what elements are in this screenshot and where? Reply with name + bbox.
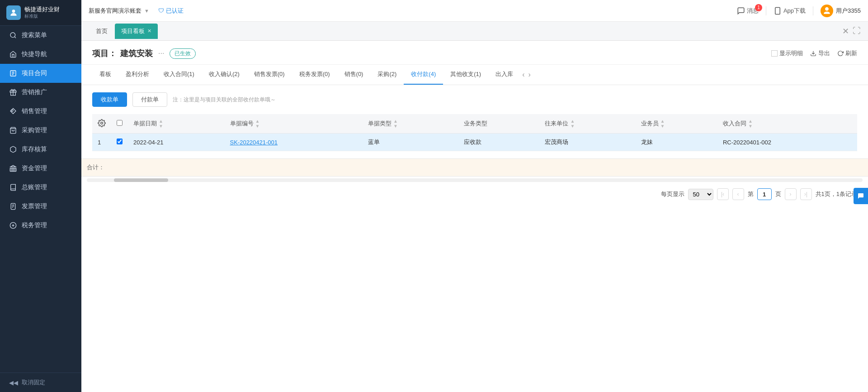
- project-name: 建筑安装: [120, 48, 153, 59]
- svg-line-2: [14, 37, 16, 38]
- subtab-kanban[interactable]: 看板: [92, 65, 118, 85]
- export-icon: [810, 50, 816, 57]
- sidebar-item-quick-nav[interactable]: 快捷导航: [0, 45, 81, 64]
- tab-fullscreen[interactable]: ⛶: [853, 26, 861, 36]
- type-sort-icon[interactable]: ▲▼: [393, 119, 398, 129]
- per-page-select[interactable]: 50 100 200: [688, 189, 713, 200]
- scroll-area: [81, 177, 868, 184]
- subtab-profit[interactable]: 盈利分析: [118, 65, 156, 85]
- sidebar-item-marketing[interactable]: 营销推广: [0, 83, 81, 102]
- feedback-button[interactable]: [854, 188, 868, 204]
- subtab-sales-invoice[interactable]: 销售发票(0): [247, 65, 292, 85]
- sidebar-item-marketing-label: 营销推广: [22, 88, 47, 96]
- sidebar-item-inventory-label: 库存核算: [22, 145, 47, 153]
- tab-home[interactable]: 首页: [89, 24, 115, 39]
- account-selector[interactable]: 新服务官网演示账套 ▼: [89, 7, 149, 15]
- subtabs-next-icon[interactable]: ›: [526, 71, 532, 79]
- refresh-action[interactable]: 刷新: [837, 49, 857, 57]
- subtab-other-expense[interactable]: 其他收支(1): [443, 65, 488, 85]
- tab-close-icon[interactable]: ✕: [147, 28, 151, 34]
- show-detail-label: 显示明细: [779, 49, 803, 57]
- account-dropdown-icon: ▼: [144, 8, 149, 14]
- project-header: 项目： 建筑安装 ··· 已生效 显示明细 导出 刷新: [81, 41, 868, 65]
- show-detail-action[interactable]: 显示明细: [771, 49, 803, 57]
- gift-icon: [9, 88, 17, 96]
- tab-project-board[interactable]: 项目看板 ✕: [115, 24, 158, 39]
- topbar: 新服务官网演示账套 ▼ 🛡 已认证 消息 1 App下载: [81, 0, 868, 22]
- scrollbar-thumb[interactable]: [114, 178, 168, 182]
- sidebar-item-search[interactable]: 搜索菜单: [0, 26, 81, 45]
- sidebar-item-tax-label: 税务管理: [22, 221, 47, 229]
- th-income-contract: 收入合同 ▲▼: [717, 114, 857, 134]
- account-name: 新服务官网演示账套: [89, 7, 142, 15]
- export-action[interactable]: 导出: [810, 49, 830, 57]
- book-icon: [9, 183, 17, 191]
- cell-checkbox: [111, 134, 128, 151]
- total-row: 合计：: [81, 158, 868, 177]
- sidebar-item-fund[interactable]: 资金管理: [0, 159, 81, 178]
- select-all-checkbox[interactable]: [117, 120, 123, 126]
- home-icon: [9, 50, 17, 58]
- sidebar-item-ledger-label: 总账管理: [22, 183, 47, 191]
- subtab-sales[interactable]: 销售(0): [337, 65, 371, 85]
- messages-button[interactable]: 消息 1: [737, 7, 759, 15]
- sidebar-item-project-contract[interactable]: 项目合同: [0, 64, 81, 83]
- svg-point-0: [12, 10, 15, 13]
- date-sort-icon[interactable]: ▲▼: [159, 119, 163, 129]
- partner-sort-icon[interactable]: ▲▼: [570, 119, 575, 129]
- app-download-button[interactable]: App下载: [774, 7, 806, 15]
- user-menu[interactable]: 用户3355: [821, 5, 861, 17]
- first-page-btn[interactable]: |‹: [717, 188, 729, 200]
- sidebar-item-inventory[interactable]: 库存核算: [0, 140, 81, 159]
- th-salesman: 业务员 ▲▼: [636, 114, 717, 134]
- export-label: 导出: [818, 49, 830, 57]
- salesman-sort-icon[interactable]: ▲▼: [660, 119, 665, 129]
- message-icon: [737, 7, 745, 15]
- subtab-income-contract[interactable]: 收入合同(1): [156, 65, 202, 85]
- avatar: [821, 5, 833, 17]
- subtabs-prev-icon[interactable]: ‹: [520, 71, 526, 79]
- refresh-icon: [837, 50, 844, 57]
- shopping-icon: [9, 126, 17, 134]
- sidebar-item-ledger[interactable]: 总账管理: [0, 178, 81, 197]
- horizontal-scrollbar[interactable]: [87, 178, 863, 182]
- subtab-receipts[interactable]: 收付款(4): [404, 65, 443, 85]
- pagination: 每页显示 50 100 200 |‹ ‹ 第 1 页 › ›| 共1页，1条记录: [81, 184, 868, 205]
- row-checkbox[interactable]: [117, 139, 123, 144]
- sidebar-item-tax[interactable]: 税务管理: [0, 216, 81, 235]
- page-suffix: 页: [775, 190, 781, 198]
- subtab-inout[interactable]: 出入库: [488, 65, 520, 85]
- subtab-tax-invoice[interactable]: 税务发票(0): [292, 65, 337, 85]
- receipt-number-link[interactable]: SK-20220421-001: [230, 139, 278, 146]
- prev-page-btn[interactable]: ‹: [732, 188, 744, 200]
- project-more-icon[interactable]: ···: [158, 49, 164, 57]
- sidebar-item-invoice[interactable]: 发票管理: [0, 197, 81, 216]
- tab-close-window[interactable]: ✕: [842, 26, 849, 36]
- app-name: 畅捷通好业财: [24, 6, 60, 14]
- cell-type: 蓝单: [363, 134, 458, 151]
- subtab-income-confirm[interactable]: 收入确认(2): [202, 65, 247, 85]
- filter-payment-btn[interactable]: 付款单: [132, 92, 167, 107]
- sidebar-unpin[interactable]: ◀◀ 取消固定: [0, 373, 81, 392]
- per-page-label: 每页显示: [661, 190, 684, 198]
- app-version: 标准版: [24, 13, 60, 19]
- cell-number: SK-20220421-001: [225, 134, 363, 151]
- show-detail-checkbox[interactable]: [771, 50, 778, 57]
- next-page-btn[interactable]: ›: [785, 188, 797, 200]
- total-label: 合计：: [87, 163, 104, 172]
- current-page: 1: [757, 188, 772, 200]
- filter-receipt-btn[interactable]: 收款单: [92, 92, 127, 107]
- settings-icon[interactable]: [98, 119, 106, 127]
- phone-icon: [774, 7, 782, 15]
- subtabs: 看板 盈利分析 收入合同(1) 收入确认(2) 销售发票(0) 税务发票(0) …: [81, 65, 868, 85]
- number-sort-icon[interactable]: ▲▼: [255, 119, 260, 129]
- cell-income-contract: RC-20220401-002: [717, 134, 857, 151]
- last-page-btn[interactable]: ›|: [800, 188, 812, 200]
- logo-icon: [6, 5, 21, 20]
- table-row[interactable]: 1 2022-04-21 SK-20220421-001 蓝单 应收款 宏茂商场…: [92, 134, 857, 151]
- sidebar-item-sales[interactable]: 销售管理: [0, 102, 81, 121]
- sidebar-item-purchase[interactable]: 采购管理: [0, 121, 81, 140]
- topbar-divider-1: [766, 6, 766, 15]
- income-contract-sort-icon[interactable]: ▲▼: [748, 119, 753, 129]
- subtab-purchase[interactable]: 采购(2): [370, 65, 404, 85]
